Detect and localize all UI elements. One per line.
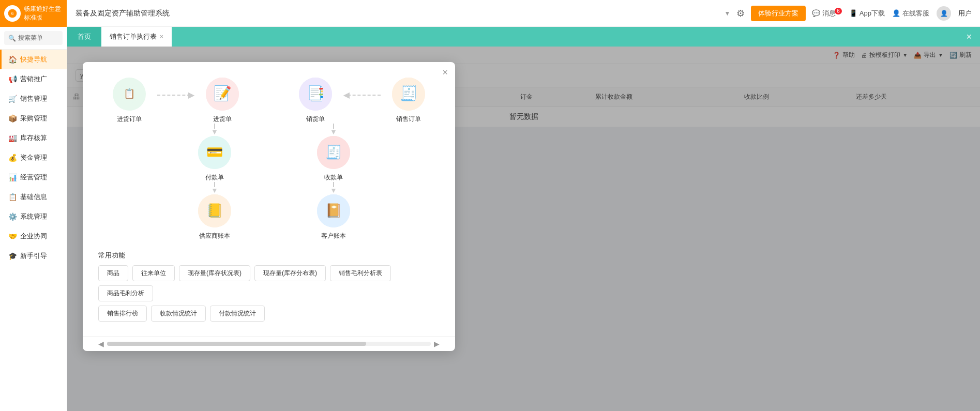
online-service-button[interactable]: 👤 在线客服 [892, 9, 929, 18]
scroll-right-arrow[interactable]: ▶ [434, 340, 440, 348]
common-functions-section: 常用功能 商品 往来单位 现存量(库存状况表) 现存量(库存分布表) 销售毛利分… [83, 251, 455, 336]
sidebar-item-basic-info[interactable]: 📋 基础信息 [0, 187, 67, 207]
svg-text:6: 6 [11, 11, 14, 16]
supplier-ledger-icon: 📒 [198, 194, 231, 227]
receipt-bill-label: 收款单 [324, 173, 343, 182]
svg-text:💳: 💳 [206, 144, 223, 160]
svg-text:📝: 📝 [214, 85, 232, 102]
sidebar-item-marketing[interactable]: 📢 营销推广 [0, 69, 67, 89]
sales-order-icon: 🧾 [392, 78, 425, 111]
scroll-left-arrow[interactable]: ◀ [98, 340, 104, 348]
modal-box: × 📋 进货订单 [83, 62, 455, 351]
sidebar-item-sales[interactable]: 🛒 销售管理 [0, 89, 67, 109]
sidebar-item-label: 营销推广 [20, 74, 47, 84]
scrollbar-track [107, 342, 431, 346]
user-area: 💬 消息 6 📱 App下载 👤 在线客服 👤 用户 [812, 6, 972, 21]
settings-icon[interactable]: ⚙ [736, 8, 745, 19]
sidebar-item-guide[interactable]: 🎓 新手引导 [0, 246, 67, 266]
app-logo-text: 畅康通好生意 标准版 [24, 5, 61, 22]
sales-bill-icon: 📑 [299, 78, 332, 111]
quick-nav-icon: 🏠 [8, 55, 17, 64]
sidebar-item-label: 经营管理 [20, 173, 47, 182]
guide-icon: 🎓 [8, 251, 17, 261]
main-area: 装备及固定资产辅助管理系统 ▼ ⚙ 体验行业方案 💬 消息 6 📱 App下载 … [67, 0, 980, 411]
sidebar-item-label: 销售管理 [20, 94, 47, 103]
sidebar-search-area: 🔍 搜索菜单 [0, 27, 67, 50]
modal-overlay: × 📋 进货订单 [67, 47, 980, 411]
window-close-button[interactable]: × [966, 32, 980, 42]
customer-ledger-icon: 📔 [317, 194, 350, 227]
sidebar-item-quick-nav[interactable]: 🏠 快捷导航 [0, 50, 67, 69]
sidebar-item-label: 基础信息 [20, 192, 47, 202]
flow-node-purchase-bill: 📝 进货单 [197, 78, 248, 124]
tab-home[interactable]: 首页 [67, 27, 101, 47]
sidebar-nav: 🏠 快捷导航 📢 营销推广 🛒 销售管理 📦 采购管理 🏭 库存核算 💰 [0, 50, 67, 411]
app-download-label: App下载 [860, 9, 885, 18]
btn-contacts[interactable]: 往来单位 [132, 265, 175, 281]
tab-sales-order[interactable]: 销售订单执行表 × [101, 27, 172, 47]
sidebar-item-system[interactable]: ⚙️ 系统管理 [0, 207, 67, 226]
online-service-label: 在线客服 [902, 9, 929, 18]
flow-node-customer-ledger: 📔 客户账本 [308, 194, 359, 240]
sales-bill-label: 销货单 [306, 115, 325, 124]
flow-node-purchase-order: 📋 进货订单 [103, 78, 155, 124]
sidebar-item-inventory[interactable]: 🏭 库存核算 [0, 128, 67, 148]
arrow-h-1: ▶ [155, 90, 197, 100]
customer-ledger-label: 客户账本 [321, 232, 346, 240]
btn-product-profit-analysis[interactable]: 商品毛利分析 [98, 285, 153, 301]
message-icon: 💬 [812, 9, 820, 17]
finance-icon: 💰 [8, 153, 17, 162]
sidebar-item-label: 资金管理 [20, 153, 47, 162]
tab-bar: 首页 销售订单执行表 × × [67, 27, 980, 47]
flow-node-receipt-bill: 🧾 收款单 [308, 136, 359, 182]
receipt-bill-icon: 🧾 [317, 136, 350, 169]
system-title: 装备及固定资产辅助管理系统 [76, 9, 718, 18]
message-button[interactable]: 💬 消息 6 [812, 9, 842, 18]
arrow-h-2: ▶ [341, 90, 383, 100]
sidebar-item-purchase[interactable]: 📦 采购管理 [0, 109, 67, 128]
try-plan-button[interactable]: 体验行业方案 [751, 6, 806, 21]
flow-section: 📋 进货订单 ▶ 📝 [83, 62, 455, 251]
btn-payment-stats[interactable]: 付款情况统计 [210, 306, 265, 322]
sidebar-item-enterprise[interactable]: 🤝 企业协同 [0, 226, 67, 246]
common-functions-buttons-row2: 销售排行榜 收款情况统计 付款情况统计 [98, 306, 440, 322]
topbar: 装备及固定资产辅助管理系统 ▼ ⚙ 体验行业方案 💬 消息 6 📱 App下载 … [67, 0, 980, 27]
message-badge: 6 [835, 8, 842, 14]
app-download-button[interactable]: 📱 App下载 [849, 9, 885, 18]
sidebar-item-label: 企业协同 [20, 232, 47, 241]
flow-node-sales-order: 🧾 销售订单 [383, 78, 434, 124]
payment-bill-icon: 💳 [198, 136, 231, 169]
sidebar: 6 畅康通好生意 标准版 🔍 搜索菜单 🏠 快捷导航 📢 营销推广 � [0, 0, 67, 411]
content-area: ❓ 帮助 🖨 按模板打印 ▼ 📤 导出 ▼ 🔄 刷新 [67, 47, 980, 411]
btn-sales-ranking[interactable]: 销售排行榜 [98, 306, 147, 322]
search-menu-label: 搜索菜单 [18, 34, 43, 42]
scrollbar-thumb[interactable] [107, 342, 366, 346]
avatar[interactable]: 👤 [937, 6, 951, 21]
svg-text:🧾: 🧾 [400, 85, 418, 102]
btn-product[interactable]: 商品 [98, 265, 128, 281]
btn-sales-profit-analysis[interactable]: 销售毛利分析表 [330, 265, 391, 281]
flow-node-payment-bill: 💳 付款单 [189, 136, 240, 182]
sidebar-item-label: 采购管理 [20, 114, 47, 123]
purchase-bill-icon: 📝 [206, 78, 239, 111]
sidebar-item-operations[interactable]: 📊 经营管理 [0, 168, 67, 187]
svg-text:📋: 📋 [124, 88, 135, 99]
system-icon: ⚙️ [8, 212, 17, 221]
search-menu-button[interactable]: 🔍 搜索菜单 [4, 31, 63, 45]
sidebar-item-finance[interactable]: 💰 资金管理 [0, 148, 67, 168]
inventory-icon: 🏭 [8, 133, 17, 143]
message-label: 消息 [822, 9, 836, 18]
dropdown-icon: ▼ [724, 10, 730, 17]
svg-text:📔: 📔 [325, 202, 342, 219]
btn-stock-distribution[interactable]: 现存量(库存分布表) [254, 265, 326, 281]
btn-receipt-stats[interactable]: 收款情况统计 [151, 306, 206, 322]
common-functions-buttons: 商品 往来单位 现存量(库存状况表) 现存量(库存分布表) 销售毛利分析表 商品… [98, 265, 440, 301]
tab-sales-order-label: 销售订单执行表 [110, 32, 157, 41]
search-icon: 🔍 [8, 35, 16, 42]
flow-node-sales-bill: 📑 销货单 [290, 78, 341, 124]
btn-stock-status[interactable]: 现存量(库存状况表) [179, 265, 250, 281]
download-icon: 📱 [849, 9, 857, 17]
modal-close-button[interactable]: × [442, 67, 448, 78]
tab-close-icon[interactable]: × [160, 33, 163, 40]
purchase-order-label: 进货订单 [117, 115, 142, 124]
